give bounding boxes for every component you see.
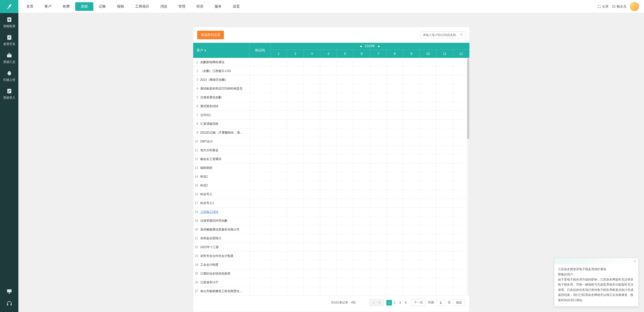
row-month-cell[interactable] [403, 146, 420, 154]
row-month-cell[interactable] [436, 278, 453, 287]
row-month-cell[interactable] [387, 199, 403, 207]
table-row[interactable]: 20温州畅捷通信息服务有限公司 [193, 225, 469, 234]
row-month-cell[interactable] [403, 234, 420, 243]
row-month-cell[interactable] [304, 75, 320, 84]
row-month-cell[interactable] [387, 58, 403, 66]
row-month-cell[interactable] [387, 146, 403, 154]
table-row[interactable]: 7合作社1 [193, 111, 469, 120]
table-row[interactable]: 8汇算清缴流程 [193, 120, 469, 128]
row-month-cell[interactable] [271, 260, 287, 269]
row-month-cell[interactable] [420, 234, 436, 243]
row-month-cell[interactable] [271, 164, 287, 172]
row-month-cell[interactable] [271, 190, 287, 199]
table-row[interactable]: 2（勿删）江西服宝-LSS [193, 67, 469, 75]
row-month-cell[interactable] [337, 58, 353, 66]
row-month-cell[interactable] [271, 146, 287, 154]
row-month-cell[interactable] [271, 278, 287, 287]
row-month-cell[interactable] [370, 155, 387, 163]
row-month-cell[interactable] [320, 172, 337, 181]
row-month-cell[interactable] [420, 225, 436, 234]
row-month-cell[interactable] [337, 137, 353, 146]
row-month-cell[interactable] [370, 75, 387, 84]
sidebar-item-scan-upload[interactable]: 扫描上传 [0, 67, 18, 85]
row-month-cell[interactable] [436, 84, 453, 93]
row-month-cell[interactable] [436, 252, 453, 260]
row-month-cell[interactable] [287, 120, 304, 128]
row-month-cell[interactable] [337, 225, 353, 234]
row-month-cell[interactable] [320, 67, 337, 75]
row-month-cell[interactable] [287, 278, 304, 287]
row-month-cell[interactable] [353, 208, 370, 216]
topnav-item-2[interactable]: 收费 [57, 2, 75, 11]
row-month-cell[interactable] [420, 181, 436, 190]
row-month-cell[interactable] [403, 128, 420, 137]
row-month-cell[interactable] [436, 260, 453, 269]
table-row[interactable]: 1勿删新锐网络通信 [193, 58, 469, 67]
table-row[interactable]: 15科目2 [193, 181, 469, 190]
row-month-cell[interactable] [370, 120, 387, 128]
row-month-cell[interactable] [420, 243, 436, 251]
topnav-item-5[interactable]: 报税 [111, 2, 130, 11]
row-month-cell[interactable] [387, 216, 403, 225]
row-month-cell[interactable] [387, 225, 403, 234]
row-month-cell[interactable] [387, 181, 403, 190]
row-month-cell[interactable] [353, 67, 370, 75]
row-month-cell[interactable] [403, 111, 420, 119]
row-month-cell[interactable] [271, 58, 287, 66]
row-month-cell[interactable] [420, 102, 436, 110]
topnav-item-6[interactable]: 工商项目 [130, 2, 155, 11]
prev-page-button[interactable]: 上一页 [369, 299, 384, 306]
row-month-cell[interactable] [337, 278, 353, 287]
row-month-cell[interactable] [420, 164, 436, 172]
row-month-cell[interactable] [337, 181, 353, 190]
row-month-cell[interactable] [403, 181, 420, 190]
topnav-item-7[interactable]: 消息 [155, 2, 173, 11]
row-month-cell[interactable] [287, 155, 304, 163]
row-month-cell[interactable] [337, 172, 353, 181]
table-row[interactable]: 13辅助期初 [193, 164, 469, 172]
go-page-button[interactable]: 确定 [453, 299, 465, 306]
row-month-cell[interactable] [420, 93, 436, 102]
row-month-cell[interactable] [353, 225, 370, 234]
page-number[interactable]: 4 [403, 300, 409, 305]
row-month-cell[interactable] [353, 181, 370, 190]
table-row[interactable]: 18工程施工结转 [193, 208, 469, 216]
row-month-cell[interactable] [287, 252, 304, 260]
row-month-cell[interactable] [353, 190, 370, 199]
table-row[interactable]: 23农民专业合作社会计制度 [193, 252, 469, 260]
table-row[interactable]: 6测试期末结转 [193, 102, 469, 111]
vertical-scrollbar[interactable] [467, 58, 469, 296]
row-month-cell[interactable] [436, 75, 453, 84]
row-month-cell[interactable] [403, 67, 420, 75]
page-input[interactable] [437, 300, 445, 305]
row-month-cell[interactable] [403, 269, 420, 278]
row-month-cell[interactable] [353, 269, 370, 278]
row-month-cell[interactable] [420, 67, 436, 75]
row-month-cell[interactable] [403, 155, 420, 163]
row-month-cell[interactable] [403, 120, 420, 128]
row-month-cell[interactable] [287, 93, 304, 102]
row-month-cell[interactable] [320, 102, 337, 110]
user-avatar[interactable] [630, 2, 639, 11]
row-month-cell[interactable] [353, 137, 370, 146]
row-month-cell[interactable] [436, 164, 453, 172]
row-month-cell[interactable] [287, 287, 304, 295]
row-month-cell[interactable] [403, 58, 420, 66]
row-month-cell[interactable] [320, 120, 337, 128]
row-month-cell[interactable] [403, 93, 420, 102]
row-month-cell[interactable] [271, 252, 287, 260]
row-month-cell[interactable] [320, 128, 337, 137]
table-row[interactable]: 102007会计 [193, 137, 469, 146]
sidebar-item-headset[interactable] [0, 297, 18, 309]
search-icon[interactable] [460, 33, 463, 37]
year-prev-button[interactable]: ◀ [360, 45, 362, 48]
row-month-cell[interactable] [287, 225, 304, 234]
row-link[interactable]: 工程施工结转 [200, 210, 218, 214]
row-month-cell[interactable] [420, 58, 436, 66]
row-month-cell[interactable] [370, 111, 387, 119]
row-month-cell[interactable] [353, 84, 370, 93]
table-row[interactable]: 26江西省审计厅 [193, 278, 469, 287]
row-month-cell[interactable] [387, 155, 403, 163]
row-month-cell[interactable] [403, 252, 420, 260]
row-month-cell[interactable] [287, 164, 304, 172]
